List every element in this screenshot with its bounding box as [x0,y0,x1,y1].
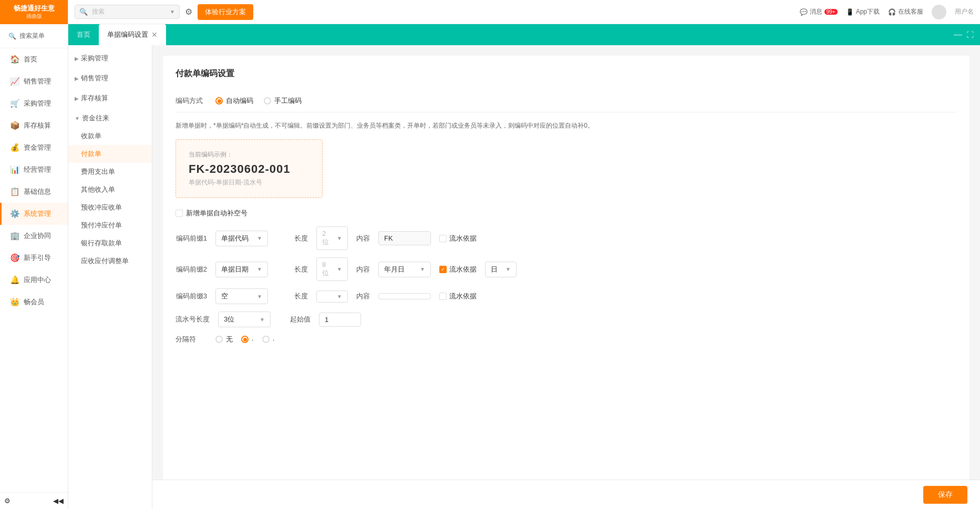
length2-select[interactable]: 8位 ▼ [316,257,348,281]
tab-close-icon[interactable]: ✕ [151,30,158,39]
menu-item-bank[interactable]: 银行存取款单 [68,234,152,252]
auto-fill-checkbox[interactable] [176,210,183,217]
stream1-label: 流水依据 [449,234,477,243]
app-download-button[interactable]: 📱 App下载 [846,7,880,16]
menu-item-expense[interactable]: 费用支出单 [68,163,152,181]
menu-group-finance-label: 资金往来 [82,113,109,123]
code-preview-box: 当前编码示例： FK-20230602-001 单据代码-单据日期-流水号 [176,139,323,198]
length1-select[interactable]: 2位 ▼ [316,226,348,250]
sidebar-item-inventory[interactable]: 📦 库存核算 [0,115,68,137]
sidebar-item-finance[interactable]: 💰 资金管理 [0,137,68,159]
menu-item-advance-receivable[interactable]: 预收冲应收单 [68,199,152,216]
separator-dot-option[interactable]: · [241,336,254,344]
serial-length-select[interactable]: 3位 ▼ [218,311,271,327]
content2-label: 内容 [356,265,370,274]
industry-plan-button[interactable]: 体验行业方案 [198,4,253,20]
menu-item-other-income[interactable]: 其他收入单 [68,181,152,199]
search-menu-button[interactable]: 🔍 搜索菜单 [4,28,64,44]
separator-none-option[interactable]: 无 [215,335,233,344]
separator-dot-radio[interactable] [241,336,249,343]
menu-group-finance: ▼ 资金往来 收款单 付款单 费用支出单 其他收入单 预收冲应收单 预付冲应付单… [68,109,152,270]
sidebar-item-sales[interactable]: 📈 销售管理 [0,70,68,92]
chevron-down-icon-p2: ▼ [257,266,262,272]
chevron-down-icon-c2: ▼ [420,266,425,272]
menu-item-adjustment[interactable]: 应收应付调整单 [68,252,152,270]
encoding-method-row: 编码方式 自动编码 手工编码 [176,90,957,112]
sidebar-item-base-info[interactable]: 📋 基础信息 [0,181,68,203]
prefix2-row: 编码前缀2 单据日期 ▼ 长度 8位 ▼ 内容 年月日 ▼ ✓ 流水依据 日 ▼ [176,257,957,281]
menu-item-receipt[interactable]: 收款单 [68,127,152,145]
chevron-right-icon-3: ▶ [75,96,79,101]
menu-group-inventory-title[interactable]: ▶ 库存核算 [68,89,152,107]
search-icon: 🔍 [8,33,16,40]
separator-row: 分隔符 无 · · [176,335,957,344]
collapse-icon[interactable]: ◀◀ [53,497,64,505]
encoding-method-label: 编码方式 [176,96,207,106]
stream1-checkbox[interactable] [439,235,447,242]
sidebar-item-system[interactable]: ⚙️ 系统管理 [0,203,68,225]
tab-home[interactable]: 首页 [68,24,99,45]
online-service-button[interactable]: 🎧 在线客服 [888,7,923,16]
page-card: 付款单编码设置 编码方式 自动编码 手工编码 新增单据时，*单据编码*自动生成，… [163,56,969,491]
separator-none-radio[interactable] [215,336,223,343]
sidebar-nav: 🏠 首页 📈 销售管理 🛒 采购管理 📦 库存核算 💰 资金管理 📊 经营管理 … [0,48,68,492]
sidebar-item-enterprise[interactable]: 🏢 企业协同 [0,225,68,247]
length1-label: 长度 [276,234,308,243]
encoding-radio-group: 自动编码 手工编码 [215,96,302,106]
manual-code-radio[interactable] [264,97,271,105]
info-text: 新增单据时，*单据编码*自动生成，不可编辑。前缀设置为部门、业务员等档案类，开单… [176,121,957,131]
member-icon: 👑 [10,297,19,307]
menu-group-inventory: ▶ 库存核算 [68,89,152,107]
auto-code-radio[interactable] [215,97,223,105]
length3-select[interactable]: ▼ [316,290,348,303]
message-button[interactable]: 💬 消息 99+ [800,7,838,16]
start-value-input[interactable]: 1 [319,313,361,327]
sidebar-item-operations[interactable]: 📊 经营管理 [0,159,68,181]
prefix1-select[interactable]: 单据代码 ▼ [215,231,268,246]
prefix1-row: 编码前缀1 单据代码 ▼ 长度 2位 ▼ 内容 FK 流水依据 [176,226,957,250]
prefix2-select[interactable]: 单据日期 ▼ [215,262,268,277]
sidebar-item-sales-label: 销售管理 [24,77,51,86]
chevron-down-icon-l2: ▼ [337,266,342,272]
auto-fill-row: 新增单据自动补空号 [176,209,957,218]
prefix3-select[interactable]: 空 ▼ [215,288,268,304]
menu-group-sales-label: 销售管理 [81,74,108,83]
settings-icon[interactable]: ⚙ [4,497,11,505]
manual-code-option[interactable]: 手工编码 [264,96,302,106]
menu-item-payment[interactable]: 付款单 [68,145,152,163]
menu-item-advance-payable[interactable]: 预付冲应付单 [68,216,152,234]
service-label: 在线客服 [898,7,923,16]
stream2-period-select[interactable]: 日 ▼ [485,262,517,277]
separator-dash-option[interactable]: · [262,336,275,344]
separator-label: 分隔符 [176,335,207,344]
menu-group-purchase-label: 采购管理 [81,54,108,63]
app-download-icon: 📱 [846,8,854,16]
sidebar-item-guide[interactable]: 🎯 新手引导 [0,247,68,269]
menu-group-sales-title[interactable]: ▶ 销售管理 [68,69,152,87]
sidebar-item-member-label: 畅会员 [24,297,44,307]
tab-maximize-icon[interactable]: ⛶ [966,30,974,39]
sidebar-item-purchase[interactable]: 🛒 采购管理 [0,92,68,115]
tab-encoding-settings[interactable]: 单据编码设置 ✕ [99,24,166,45]
auto-code-option[interactable]: 自动编码 [215,96,253,106]
tab-minimize-icon[interactable]: — [954,30,962,39]
stream2-checkbox[interactable]: ✓ [439,266,447,273]
header-right: 💬 消息 99+ 📱 App下载 🎧 在线客服 用户名 [800,5,974,19]
chevron-down-icon-menu: ▼ [75,116,80,121]
sidebar-item-home-label: 首页 [24,55,37,64]
separator-dash-radio[interactable] [262,336,270,343]
sales-icon: 📈 [10,77,19,86]
save-button[interactable]: 保存 [923,486,967,504]
menu-group-purchase-title[interactable]: ▶ 采购管理 [68,49,152,67]
user-avatar[interactable] [932,5,946,19]
content2-select[interactable]: 年月日 ▼ [378,262,431,277]
content3-label: 内容 [356,292,370,301]
sidebar-item-guide-label: 新手引导 [24,253,51,263]
sidebar-item-home[interactable]: 🏠 首页 [0,48,68,70]
gear-icon-header[interactable]: ⚙ [185,7,192,17]
brand-badge: 插曲版 [26,13,42,20]
stream3-checkbox[interactable] [439,293,447,300]
sidebar-item-member[interactable]: 👑 畅会员 [0,291,68,313]
menu-group-finance-title[interactable]: ▼ 资金往来 [68,109,152,127]
sidebar-item-app-center[interactable]: 🔔 应用中心 [0,269,68,291]
